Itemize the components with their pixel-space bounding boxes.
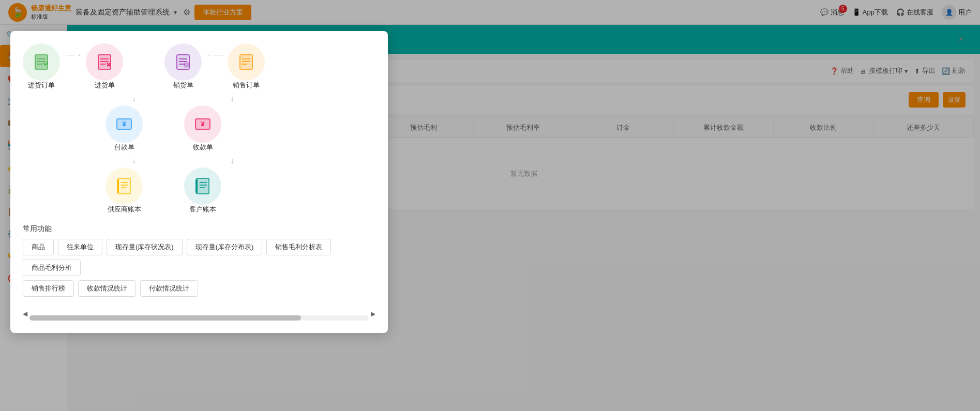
sales-bill-section: 销货单 [164,43,202,90]
cf-btn-payment-stats[interactable]: 付款情况统计 [140,280,198,297]
svg-rect-15 [240,55,252,69]
sales-bill-label: 销货单 [173,81,193,90]
customer-account-icon[interactable] [184,168,221,205]
payment-bill-icon[interactable]: ¥ [105,105,143,143]
modal-scrollbar-row: ◀ ▶ [67,307,375,321]
purchase-bill-icon[interactable] [86,43,123,81]
flow-modal: 进货订单 - - - - → [67,31,388,333]
content-area: 首页 销售订单执行表 × × ❓ 帮助 🖨 [67,25,980,411]
svg-text:¥: ¥ [201,120,205,128]
supplier-account-label: 供应商账本 [108,205,141,214]
svg-rect-23 [118,178,130,194]
cf-btn-receipt-stats[interactable]: 收款情况统计 [78,280,136,297]
cf-btn-stock-dist[interactable]: 现存量(库存分布表) [187,239,263,255]
common-functions-section: 常用功能 商品 往来单位 现存量(库存状况表) 现存量(库存分布表) 销售毛利分… [67,224,375,297]
modal-scrollbar[interactable] [67,315,369,321]
purchase-bill-section: 进货单 [86,43,123,90]
supplier-account-section: 供应商账本 [105,168,143,214]
svg-rect-24 [117,179,119,193]
sales-order-icon[interactable] [228,43,265,81]
customer-account-label: 客户账本 [189,205,216,214]
main-area: 🔍 搜索菜单 🏠 快捷导航 📢 营销推广 🛒 销售管理 📦 采购管理 🏪 [0,25,980,411]
cf-btn-contacts[interactable]: 往来单位 [67,239,102,255]
receipt-bill-icon[interactable]: ¥ [184,105,221,143]
svg-rect-28 [197,178,209,194]
cf-btn-stock-status[interactable]: 现存量(库存状况表) [107,239,183,255]
sales-bill-icon[interactable] [164,43,202,81]
modal-overlay: 进货订单 - - - - → [67,25,980,411]
arrow-so-to-sb: ← - - - - [202,43,228,81]
common-functions-title: 常用功能 [67,224,375,234]
app-container: 🍃 畅康通好生意 标准版 装备及固定资产辅助管理系统 ▾ ⚙ 体验行业方案 💬 … [0,0,980,411]
payment-bill-label: 付款单 [114,143,134,152]
svg-rect-29 [195,179,198,193]
payment-bill-section: ¥ 付款单 [105,105,143,152]
receipt-bill-label: 收款单 [193,143,213,152]
cf-buttons-row1: 商品 往来单位 现存量(库存状况表) 现存量(库存分布表) 销售毛利分析表 商品… [67,239,375,276]
sales-order-section: 销售订单 [228,43,265,90]
customer-account-section: 客户账本 [184,168,221,214]
scrollbar-thumb[interactable] [67,315,301,321]
svg-text:¥: ¥ [122,120,126,128]
arrow-po-to-pb: - - - - → [67,43,86,81]
cf-btn-sales-rank[interactable]: 销售排行榜 [67,280,74,297]
purchase-bill-label: 进货单 [95,81,115,90]
svg-rect-14 [184,63,189,67]
sales-order-label: 销售订单 [233,81,260,90]
cf-buttons-row2: 销售排行榜 收款情况统计 付款情况统计 [67,280,375,297]
svg-rect-4 [98,55,111,69]
cf-btn-product-profit[interactable]: 商品毛利分析 [67,260,81,276]
cf-btn-sales-profit[interactable]: 销售毛利分析表 [266,239,331,255]
supplier-account-icon[interactable] [105,168,143,205]
receipt-bill-section: ¥ 收款单 [184,105,221,152]
scroll-right-icon[interactable]: ▶ [371,310,375,317]
